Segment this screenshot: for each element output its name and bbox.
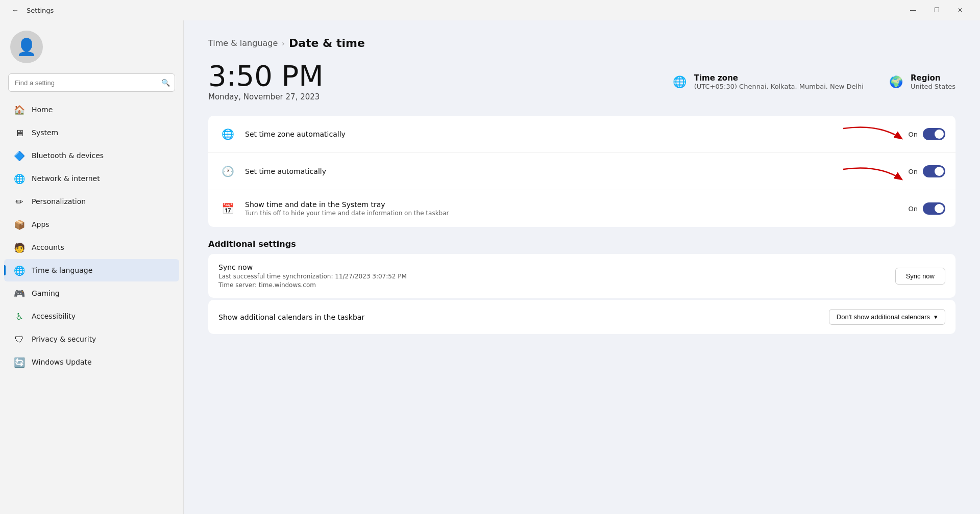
apps-icon: 📦	[14, 219, 24, 229]
sidebar-item-label-accounts: Accounts	[32, 243, 64, 251]
search-box: 🔍	[8, 73, 175, 92]
main-settings-card: 🌐 Set time zone automatically On 🕐 Set t…	[208, 116, 955, 227]
timezone-info: 🌐 Time zone (UTC+05:30) Chennai, Kolkata…	[672, 73, 864, 90]
systray-text: Show time and date in the System tray Tu…	[245, 200, 909, 217]
timezone-auto-control: On	[909, 128, 945, 140]
accessibility-icon: ♿	[14, 311, 24, 321]
timezone-value: (UTC+05:30) Chennai, Kolkata, Mumbai, Ne…	[694, 83, 864, 90]
breadcrumb-current: Date & time	[289, 37, 365, 49]
update-icon: 🔄	[14, 357, 24, 367]
bluetooth-icon: 🔷	[14, 150, 24, 161]
systray-toggle[interactable]	[923, 202, 945, 215]
timezone-label: Time zone	[694, 73, 864, 83]
time-info: 🌐 Time zone (UTC+05:30) Chennai, Kolkata…	[672, 73, 955, 90]
systray-label: Show time and date in the System tray	[245, 200, 909, 209]
sync-row: Sync now Last successful time synchroniz…	[208, 254, 955, 298]
time-auto-control: On	[909, 165, 945, 177]
sidebar-nav: 🏠 Home 🖥 System 🔷 Bluetooth & devices 🌐 …	[0, 96, 183, 514]
avatar: 👤	[10, 31, 43, 63]
timezone-auto-label: Set time zone automatically	[245, 130, 909, 138]
time-header: 3:50 PM Monday, November 27, 2023 🌐 Time…	[208, 62, 955, 101]
calendar-row: Show additional calendars in the taskbar…	[208, 300, 955, 334]
sync-label: Sync now	[218, 263, 895, 271]
search-icon: 🔍	[161, 79, 170, 87]
sync-now-button[interactable]: Sync now	[895, 268, 945, 285]
calendar-select[interactable]: Don't show additional calendars ▾	[829, 309, 945, 325]
time-icon: 🌐	[14, 265, 24, 275]
timezone-auto-icon: 🌐	[218, 125, 237, 143]
avatar-icon: 👤	[16, 37, 37, 57]
sidebar-item-label-privacy: Privacy & security	[32, 335, 96, 343]
sidebar-item-label-home: Home	[32, 106, 53, 114]
gaming-icon: 🎮	[14, 288, 24, 298]
accounts-icon: 🧑	[14, 242, 24, 252]
time-display: 3:50 PM Monday, November 27, 2023	[208, 62, 672, 101]
timezone-auto-toggle[interactable]	[923, 128, 945, 140]
sidebar-item-accessibility[interactable]: ♿ Accessibility	[4, 305, 179, 327]
calendar-select-label: Don't show additional calendars	[837, 313, 930, 321]
breadcrumb-separator: ›	[282, 39, 285, 47]
app-container: 👤 🔍 🏠 Home 🖥 System 🔷 Bluetooth & device…	[0, 20, 980, 514]
app-title: Settings	[27, 7, 901, 14]
sidebar-item-system[interactable]: 🖥 System	[4, 121, 179, 144]
setting-row-time-auto: 🕐 Set time automatically On	[208, 153, 955, 190]
search-input[interactable]	[8, 73, 175, 92]
region-text: Region United States	[911, 73, 955, 90]
sidebar-item-privacy[interactable]: 🛡 Privacy & security	[4, 328, 179, 350]
systray-control: On	[909, 202, 945, 215]
time-auto-icon: 🕐	[218, 162, 237, 181]
sidebar-item-personalization[interactable]: ✏️ Personalization	[4, 190, 179, 213]
sidebar-item-label-update: Windows Update	[32, 358, 92, 366]
breadcrumb-parent[interactable]: Time & language	[208, 38, 278, 48]
sidebar-item-network[interactable]: 🌐 Network & internet	[4, 167, 179, 190]
minimize-button[interactable]: —	[901, 2, 925, 18]
sidebar-item-time[interactable]: 🌐 Time & language	[4, 259, 179, 281]
sidebar-item-bluetooth[interactable]: 🔷 Bluetooth & devices	[4, 144, 179, 167]
calendar-select-arrow: ▾	[934, 313, 938, 321]
time-auto-toggle[interactable]	[923, 165, 945, 177]
sidebar-item-label-system: System	[32, 128, 58, 137]
setting-row-timezone-auto: 🌐 Set time zone automatically On	[208, 116, 955, 153]
systray-sublabel: Turn this off to hide your time and date…	[245, 210, 909, 217]
sidebar-item-home[interactable]: 🏠 Home	[4, 98, 179, 121]
sidebar-item-accounts[interactable]: 🧑 Accounts	[4, 236, 179, 259]
systray-on-label: On	[909, 205, 918, 213]
time-auto-text: Set time automatically	[245, 167, 909, 175]
maximize-button[interactable]: ❐	[925, 2, 948, 18]
setting-row-systray: 📅 Show time and date in the System tray …	[208, 190, 955, 227]
breadcrumb: Time & language › Date & time	[208, 37, 955, 49]
sidebar-item-label-network: Network & internet	[32, 174, 100, 183]
close-button[interactable]: ✕	[948, 2, 972, 18]
calendar-label: Show additional calendars in the taskbar	[218, 313, 829, 321]
timezone-auto-text: Set time zone automatically	[245, 130, 909, 138]
region-icon: 🌍	[888, 73, 904, 90]
window-controls: — ❐ ✕	[901, 2, 972, 18]
back-button[interactable]: ←	[8, 3, 22, 17]
region-value: United States	[911, 83, 955, 90]
additional-settings-header: Additional settings	[208, 239, 955, 249]
sidebar-item-label-apps: Apps	[32, 220, 50, 228]
current-date: Monday, November 27, 2023	[208, 92, 672, 101]
sidebar-item-apps[interactable]: 📦 Apps	[4, 213, 179, 236]
time-auto-on-label: On	[909, 168, 918, 175]
personalization-icon: ✏️	[14, 196, 24, 207]
sidebar-item-update[interactable]: 🔄 Windows Update	[4, 351, 179, 373]
sync-sub2: Time server: time.windows.com	[218, 281, 895, 289]
time-auto-label: Set time automatically	[245, 167, 909, 175]
region-label: Region	[911, 73, 955, 83]
systray-icon: 📅	[218, 199, 237, 218]
sidebar-item-label-time: Time & language	[32, 266, 92, 274]
sidebar-item-label-accessibility: Accessibility	[32, 312, 76, 320]
sync-sub1: Last successful time synchronization: 11…	[218, 273, 895, 280]
region-info: 🌍 Region United States	[888, 73, 955, 90]
timezone-icon: 🌐	[672, 73, 688, 90]
current-time: 3:50 PM	[208, 62, 672, 90]
network-icon: 🌐	[14, 173, 24, 184]
sidebar-item-gaming[interactable]: 🎮 Gaming	[4, 282, 179, 304]
sidebar-item-label-bluetooth: Bluetooth & devices	[32, 151, 104, 160]
home-icon: 🏠	[14, 105, 24, 115]
settings-cards-container: 🌐 Set time zone automatically On 🕐 Set t…	[208, 116, 955, 227]
titlebar: ← Settings — ❐ ✕	[0, 0, 980, 20]
sync-text: Sync now Last successful time synchroniz…	[218, 263, 895, 289]
timezone-text: Time zone (UTC+05:30) Chennai, Kolkata, …	[694, 73, 864, 90]
